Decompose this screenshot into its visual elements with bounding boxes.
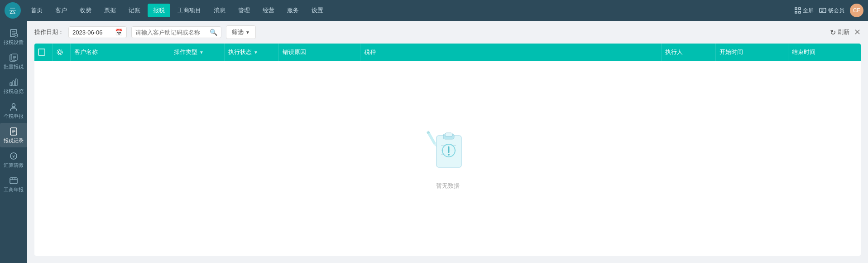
th-operation-type: 操作类型 ▼ — [170, 44, 225, 61]
svg-rect-17 — [12, 54, 17, 60]
th-start-time-label: 开始时间 — [719, 48, 743, 56]
nav-item-invoice[interactable]: 票据 — [99, 4, 121, 17]
personal-tax-icon — [9, 102, 19, 112]
svg-rect-43 — [445, 133, 452, 136]
sidebar-item-personal-tax-label: 个税申报 — [4, 113, 24, 119]
svg-rect-5 — [799, 11, 801, 13]
tax-records-icon — [9, 127, 19, 136]
calendar-icon: 📅 — [115, 29, 123, 36]
th-tax-type: 税种 — [360, 44, 662, 61]
sidebar-item-annual-report-label: 工商年报 — [4, 187, 24, 193]
fullscreen-button[interactable]: 全屏 — [795, 7, 814, 15]
sort-icon-status: ▼ — [254, 50, 258, 55]
table-header: 客户名称 操作类型 ▼ 执行状态 ▼ 错误原因 税种 执行人 — [34, 44, 861, 61]
nav-item-customer[interactable]: 客户 — [50, 4, 72, 17]
th-execution-status-label: 执行状态 — [228, 48, 252, 56]
svg-rect-2 — [795, 8, 797, 10]
avatar[interactable]: CE — [850, 4, 863, 17]
table-container: 客户名称 操作类型 ▼ 执行状态 ▼ 错误原因 税种 执行人 — [34, 44, 861, 256]
nav-item-home[interactable]: 首页 — [25, 4, 48, 17]
content-area: 操作日期： 📅 🔍 筛选 ▼ ↻ 刷新 ✕ — [27, 21, 868, 263]
th-operation-type-label: 操作类型 — [174, 48, 197, 56]
sidebar-item-tax-overview[interactable]: 报税总览 — [0, 73, 27, 98]
svg-point-49 — [448, 154, 450, 156]
top-nav: 云 首页 客户 收费 票据 记账 报税 工商项目 消息 管理 经营 服务 设置 … — [0, 0, 868, 21]
search-icon[interactable]: 🔍 — [210, 29, 217, 36]
svg-text:云: 云 — [9, 7, 16, 15]
svg-text:¥: ¥ — [12, 154, 15, 159]
th-error-reason: 错误原因 — [279, 44, 360, 61]
nav-item-bookkeeping[interactable]: 记账 — [123, 4, 146, 17]
logo[interactable]: 云 — [5, 2, 21, 19]
fullscreen-label: 全屏 — [803, 7, 814, 15]
svg-rect-4 — [795, 11, 797, 13]
empty-illustration — [425, 127, 470, 176]
filter-button[interactable]: 筛选 ▼ — [226, 25, 256, 39]
toolbar: 操作日期： 📅 🔍 筛选 ▼ ↻ 刷新 ✕ — [27, 21, 868, 44]
member-button[interactable]: 畅会员 — [819, 7, 844, 15]
search-input[interactable] — [135, 29, 208, 36]
th-settings[interactable] — [53, 44, 71, 61]
tax-overview-icon — [9, 77, 19, 87]
nav-item-billing[interactable]: 收费 — [74, 4, 97, 17]
th-end-time-label: 结束时间 — [792, 48, 815, 56]
settings-icon — [56, 49, 63, 56]
th-error-reason-label: 错误原因 — [283, 48, 306, 56]
close-button[interactable]: ✕ — [854, 28, 861, 36]
nav-item-operation[interactable]: 经营 — [257, 4, 280, 17]
chevron-down-icon: ▼ — [245, 30, 250, 35]
refresh-icon: ↻ — [830, 28, 836, 37]
settlement-icon: ¥ — [9, 151, 19, 161]
sidebar-item-tax-records-label: 报税记录 — [4, 138, 24, 144]
sort-icon-operation: ▼ — [199, 50, 204, 55]
th-executor-label: 执行人 — [665, 48, 683, 56]
sidebar-item-tax-settings-label: 报税设置 — [4, 39, 24, 45]
svg-rect-22 — [13, 81, 14, 86]
nav-items: 首页 客户 收费 票据 记账 报税 工商项目 消息 管理 经营 服务 设置 — [25, 4, 795, 17]
refresh-label: 刷新 — [838, 28, 849, 36]
member-icon — [819, 7, 826, 14]
th-executor: 执行人 — [662, 44, 716, 61]
th-tax-type-label: 税种 — [364, 48, 376, 56]
svg-rect-6 — [820, 8, 826, 13]
nav-item-settings[interactable]: 设置 — [306, 4, 329, 17]
nav-item-tax[interactable]: 报税 — [148, 4, 170, 17]
th-customer-name: 客户名称 — [71, 44, 170, 61]
sidebar-item-tax-settings[interactable]: 报税设置 — [0, 24, 27, 49]
sidebar-item-tax-overview-label: 报税总览 — [4, 88, 24, 94]
fullscreen-icon — [795, 7, 801, 14]
table-body: 暂无数据 — [34, 61, 861, 256]
sidebar-item-personal-tax[interactable]: 个税申报 — [0, 98, 27, 123]
header-checkbox[interactable] — [38, 49, 45, 56]
svg-rect-23 — [15, 79, 17, 86]
tax-settings-icon — [9, 28, 19, 38]
nav-item-service[interactable]: 服务 — [282, 4, 304, 17]
svg-rect-21 — [10, 83, 12, 86]
date-label: 操作日期： — [34, 28, 64, 36]
sidebar-item-batch-tax[interactable]: 批量报税 — [0, 49, 27, 73]
sidebar-item-settlement[interactable]: ¥ 汇算清缴 — [0, 147, 27, 172]
th-customer-name-label: 客户名称 — [74, 48, 98, 56]
nav-item-messages[interactable]: 消息 — [208, 4, 231, 17]
search-wrapper: 🔍 — [131, 26, 221, 38]
date-input[interactable] — [72, 29, 113, 36]
annual-report-icon — [9, 175, 19, 185]
main-layout: 报税设置 批量报税 报税总览 — [0, 21, 868, 263]
empty-text: 暂无数据 — [436, 182, 460, 190]
nav-right: 全屏 畅会员 CE — [795, 4, 863, 17]
th-checkbox[interactable] — [34, 44, 53, 61]
sidebar-item-batch-tax-label: 批量报税 — [4, 64, 24, 70]
svg-point-37 — [57, 49, 62, 55]
member-label: 畅会员 — [828, 7, 844, 15]
sidebar-item-settlement-label: 汇算清缴 — [4, 162, 24, 168]
svg-point-24 — [12, 103, 15, 107]
nav-item-manage[interactable]: 管理 — [233, 4, 255, 17]
date-input-wrapper[interactable]: 📅 — [68, 26, 127, 38]
sidebar-item-tax-records[interactable]: 报税记录 — [0, 123, 27, 147]
sidebar-item-annual-report[interactable]: 工商年报 — [0, 172, 27, 196]
refresh-button[interactable]: ↻ 刷新 — [830, 28, 849, 37]
nav-item-commerce[interactable]: 工商项目 — [172, 4, 206, 17]
svg-rect-32 — [10, 178, 17, 184]
th-start-time: 开始时间 — [716, 44, 788, 61]
empty-state: 暂无数据 — [407, 108, 489, 208]
